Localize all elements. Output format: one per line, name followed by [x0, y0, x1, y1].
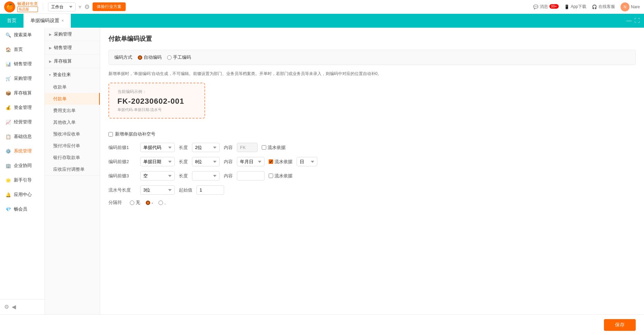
- prefix1-length-select[interactable]: 2位: [192, 143, 220, 152]
- mid-nav-item-bank-deposit[interactable]: 银行存取款单: [45, 152, 100, 164]
- messages-badge: 99+: [549, 4, 559, 9]
- messages-item[interactable]: 💬 消息 99+: [533, 4, 559, 10]
- prefix2-type-select[interactable]: 单据日期: [140, 157, 175, 166]
- code-preview-format: 单据代码-单据日期-流水号: [117, 107, 196, 112]
- prefix1-type-select[interactable]: 单据代码: [140, 143, 175, 152]
- sidebar-item-operations[interactable]: 📈 经营管理: [0, 115, 45, 129]
- system-icon: ⚙️: [6, 149, 11, 154]
- sidebar-item-purchase[interactable]: 🛒 采购管理: [0, 71, 45, 86]
- mid-nav-section-sales: ▶ 销售管理: [45, 41, 100, 55]
- prefix3-type-select[interactable]: 空: [140, 171, 175, 180]
- home-icon: 🏠: [6, 47, 11, 52]
- sidebar-item-system[interactable]: ⚙️ 系统管理: [0, 144, 45, 158]
- mid-nav-title-finance[interactable]: ▾ 资金往来: [45, 68, 100, 81]
- user-profile[interactable]: N Nare: [621, 2, 640, 11]
- message-icon: 💬: [533, 4, 538, 9]
- prefix2-content-select[interactable]: 年月日: [237, 157, 265, 166]
- search-icon: 🔍: [6, 32, 11, 38]
- mid-nav-item-prepay-pay[interactable]: 预付冲应付单: [45, 140, 100, 152]
- prefix2-serial-check[interactable]: [269, 159, 273, 164]
- online-service-item[interactable]: 🎧 在线客服: [592, 4, 615, 10]
- sidebar-item-basic[interactable]: 📋 基础信息: [0, 129, 45, 144]
- sep-dot-option[interactable]: .: [158, 200, 166, 205]
- sidebar-item-inventory[interactable]: 📦 库存核算: [0, 86, 45, 100]
- prefix3-row: 编码前缀3 空 长度 内容 流水依据: [108, 171, 636, 180]
- sep-dot-radio[interactable]: [158, 201, 163, 205]
- tab-close-icon[interactable]: ×: [61, 18, 64, 23]
- app-download-item[interactable]: 📱 App下载: [564, 4, 586, 10]
- prefix3-serial-check[interactable]: [269, 174, 273, 178]
- auto-fill-checkbox-row[interactable]: 新增单据自动补空号: [108, 131, 636, 137]
- save-button[interactable]: 保存: [604, 319, 636, 331]
- sidebar-item-finance[interactable]: 💰 资金管理: [0, 100, 45, 115]
- prefix3-content-input[interactable]: [237, 171, 265, 180]
- prefix3-label: 编码前缀3: [108, 173, 136, 179]
- tab-settings[interactable]: 单据编码设置 ×: [23, 14, 71, 28]
- auto-fill-checkbox[interactable]: [108, 132, 113, 137]
- sidebar-item-sales[interactable]: 📊 销售管理: [0, 57, 45, 71]
- auto-encoding-radio[interactable]: [138, 55, 142, 60]
- sidebar-item-enterprise[interactable]: 🏢 企业协同: [0, 158, 45, 173]
- sidebar-settings-icon[interactable]: ⚙: [4, 304, 9, 310]
- mid-nav-item-receipt[interactable]: 收款单: [45, 81, 100, 93]
- avatar: N: [621, 2, 629, 11]
- mid-nav-item-receivable-adjust[interactable]: 应收应付调整单: [45, 164, 100, 175]
- trial-button[interactable]: 体验行业方案: [93, 2, 126, 11]
- arrow-icon-purchase: ▶: [49, 32, 52, 36]
- workspace-select[interactable]: 工作台: [48, 2, 76, 11]
- sidebar-item-appstore[interactable]: 🔔 应用中心: [0, 187, 45, 202]
- sidebar-item-guide[interactable]: 🌟 新手引导: [0, 173, 45, 187]
- arrow-icon-finance: ▾: [49, 73, 51, 77]
- serial-start-label: 起始值: [179, 187, 192, 193]
- tab-expand-icon[interactable]: ⛶: [634, 18, 640, 24]
- tab-home-label: 首页: [7, 18, 17, 24]
- manual-encoding-radio[interactable]: [167, 55, 172, 60]
- serial-length-select[interactable]: 3位 4位 5位: [140, 185, 175, 195]
- dropdown-icon[interactable]: ▾: [78, 3, 81, 11]
- mid-nav-title-sales[interactable]: ▶ 销售管理: [45, 41, 100, 54]
- prefix1-serial-check[interactable]: [262, 145, 266, 150]
- mid-nav-item-other-income[interactable]: 其他收入单: [45, 117, 100, 128]
- sep-dash-label: -: [152, 200, 153, 205]
- sep-dash-option[interactable]: -: [146, 200, 153, 205]
- auto-encoding-option[interactable]: 自动编码: [138, 54, 162, 61]
- sep-dash-radio[interactable]: [146, 201, 150, 205]
- manual-encoding-option[interactable]: 手工编码: [167, 54, 191, 61]
- sep-none-radio[interactable]: [130, 201, 134, 205]
- settings-icon[interactable]: ⚙: [84, 3, 90, 11]
- info-text: 新增单据时，'单据编码'自动生成，不可编辑。前缀设置为部门、业务员等档案类。开单…: [108, 71, 636, 77]
- sidebar: 🔍 搜索菜单 🏠 首页 📊 销售管理 🛒 采购管理 📦 库存核算 💰 资金管理 …: [0, 28, 45, 314]
- mid-nav-title-inventory[interactable]: ▶ 库存核算: [45, 55, 100, 68]
- divider: [43, 3, 43, 10]
- prefix2-date-unit-select[interactable]: 日 月 年: [297, 157, 317, 166]
- prefix1-label: 编码前缀1: [108, 145, 136, 151]
- prefix2-length-select[interactable]: 8位: [192, 157, 220, 166]
- sep-none-option[interactable]: 无: [130, 199, 140, 206]
- mid-nav-item-payment[interactable]: 付款单: [45, 93, 100, 105]
- mid-nav-item-prepay-receive[interactable]: 预收冲应收单: [45, 128, 100, 140]
- sidebar-item-search[interactable]: 🔍 搜索菜单: [0, 28, 45, 42]
- serial-start-input[interactable]: [196, 185, 224, 195]
- sidebar-collapse-icon[interactable]: ◀: [12, 304, 16, 310]
- nav-tabs: 首页 单据编码设置 × — ⛶: [0, 14, 644, 28]
- mid-nav-item-expense[interactable]: 费用支出单: [45, 105, 100, 117]
- sep-none-label: 无: [136, 199, 140, 206]
- prefix3-serial-checkbox[interactable]: 流水依据: [269, 173, 292, 179]
- tab-minimize-icon[interactable]: —: [626, 18, 632, 24]
- sidebar-item-home[interactable]: 🏠 首页: [0, 42, 45, 57]
- serial-length-label: 流水号长度: [108, 187, 136, 193]
- sidebar-item-membership[interactable]: 💎 畅会员: [0, 202, 45, 216]
- serial-row: 流水号长度 3位 4位 5位 起始值: [108, 185, 636, 195]
- mid-nav-title-purchase[interactable]: ▶ 采购管理: [45, 28, 100, 41]
- prefix1-serial-checkbox[interactable]: 流水依据: [262, 145, 286, 151]
- prefix2-serial-checkbox[interactable]: 流水依据: [269, 159, 292, 165]
- sidebar-label-operations: 经营管理: [14, 119, 32, 125]
- app-download-label: App下载: [571, 4, 586, 10]
- prefix3-length-label: 长度: [179, 173, 188, 179]
- prefix3-length-select[interactable]: [192, 171, 220, 180]
- code-preview-label: 当前编码示例：: [117, 89, 196, 95]
- prefix1-serial-label: 流水依据: [268, 145, 286, 151]
- enterprise-icon: 🏢: [6, 163, 11, 168]
- tab-home[interactable]: 首页: [0, 14, 23, 28]
- prefix1-content-input: [237, 143, 258, 152]
